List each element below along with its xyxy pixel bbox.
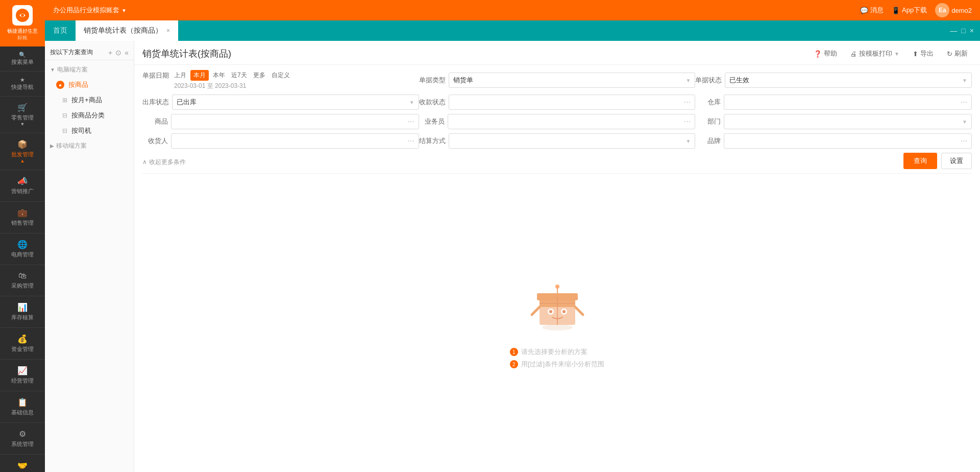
window-maximize-icon[interactable]: □ [961,27,965,35]
sidebar-item-collab[interactable]: 🤝 企业协同 [0,455,45,472]
search-icon: 🔍 [19,52,26,58]
filter-row-2: 出库状态 已出库 ▼ 收款状态 ··· 仓库 [134,90,980,110]
tab-close-icon[interactable]: × [166,27,170,34]
retail-label: 零售管理 [11,114,34,122]
status-select[interactable]: 已生效 ▼ [725,73,972,88]
app-sub: 标账 [17,34,28,41]
header-right: 💬 消息 📱 App下载 Ea demo2 [860,3,972,17]
avatar: Ea [935,3,949,17]
payment-label: 结算方式 [419,136,449,146]
salesperson-dots-icon[interactable]: ··· [684,117,691,126]
tree-expand-mobile[interactable]: ▶ [50,143,54,149]
template-print-btn[interactable]: 🖨 按模板打印 ▼ [846,47,903,60]
receipt-select[interactable]: ··· [449,95,696,110]
tree-item-driver-label: 按司机 [71,126,91,135]
tab-more[interactable]: — □ × [944,27,980,35]
filter-row-3: 商品 ··· 业务员 ··· 部门 [134,110,980,129]
help-btn[interactable]: ❓ 帮助 [810,47,841,60]
receipt-dots-icon[interactable]: ··· [684,98,691,107]
product-select[interactable]: ··· [171,114,419,129]
sidebar-quick-nav[interactable]: ★ 快捷导航 [0,72,45,97]
filter-status-cell: 单据状态 已生效 ▼ [695,70,972,90]
sidebar-item-management[interactable]: 📈 经营管理 [0,360,45,391]
settings-scheme-icon[interactable]: ⊙ [115,49,121,57]
recipient-dots-icon[interactable]: ··· [407,136,414,146]
tree-item-by-product[interactable]: ● 按商品 [45,77,134,92]
message-action[interactable]: 💬 消息 [860,6,884,15]
tree-item-by-product-dot: ● [56,81,64,89]
out-status-label: 出库状态 [142,98,172,107]
sidebar-item-basics[interactable]: 📋 基础信息 [0,391,45,423]
star-icon: ★ [20,77,25,83]
tree-item-month-product[interactable]: ⊞ 按月+商品 [45,92,134,108]
left-panel-title: 按以下方案查询 [50,48,93,57]
warehouse-select[interactable]: ··· [724,95,972,110]
sidebar-item-sales[interactable]: 💼 销售管理 [0,202,45,233]
collapse-panel-icon[interactable]: « [125,49,129,57]
sidebar-item-purchase[interactable]: 🛍 采购管理 [0,265,45,296]
filter-recipient-cell: 收货人 ··· [142,133,419,149]
window-close-icon[interactable]: × [970,27,974,35]
outstatus-arrow-icon: ▼ [409,100,414,105]
tree-icon-month: ⊞ [62,97,67,104]
dept-select[interactable]: ▼ [724,114,972,129]
tree-expand-pc[interactable]: ▼ [50,67,55,73]
app-logo[interactable]: 畅捷通好生意 标账 [0,0,45,46]
empty-state: 1 请先选择要分析的方案 2 用[过滤]条件来缩小分析范围 [134,174,980,472]
type-select[interactable]: 销货单 ▼ [449,73,696,88]
export-label: 导出 [920,49,934,58]
tree-item-by-product-label: 按商品 [68,80,88,89]
sidebar-item-retail[interactable]: 🛒 零售管理 ▼ [0,97,45,133]
home-tab-label: 首页 [53,26,67,35]
tree-section-mobile: ▶ 移动端方案 [45,138,134,153]
recipient-label: 收货人 [142,136,171,146]
shortcut-this-month[interactable]: 本月 [190,70,209,81]
shortcut-7days[interactable]: 近7天 [229,70,249,81]
step2-text: 用[过滤]条件来缩小分析范围 [521,360,604,369]
tab-active[interactable]: 销货单统计表（按商品） × [76,20,178,41]
user-action[interactable]: Ea demo2 [935,3,972,17]
retail-arrow: ▼ [20,122,25,127]
payment-select[interactable]: ▼ [449,133,696,149]
status-label: 单据状态 [695,76,725,85]
svg-line-15 [575,307,583,315]
svg-point-1 [21,14,24,17]
sidebar-item-ecommerce[interactable]: 🌐 电商管理 [0,233,45,265]
shortcut-custom[interactable]: 自定义 [270,70,292,81]
sidebar-item-marketing[interactable]: 📣 营销推广 [0,170,45,202]
window-minimize-icon[interactable]: — [950,27,957,35]
sidebar-item-wholesale[interactable]: 📦 批发管理 ▲ [0,133,45,170]
finance-icon: 💰 [17,334,28,344]
recipient-select[interactable]: ··· [171,133,419,149]
warehouse-dots-icon[interactable]: ··· [961,98,967,107]
industry-selector[interactable]: 办公用品行业模拟账套 ▼ [53,6,127,15]
management-label: 经营管理 [11,377,34,385]
filter-product-cell: 商品 ··· [142,114,419,129]
sidebar-search[interactable]: 🔍 搜索菜单 [0,46,45,72]
status-arrow-icon: ▼ [962,78,967,83]
add-scheme-icon[interactable]: + [108,49,112,57]
sales-icon: 💼 [17,208,28,218]
brand-dots-icon[interactable]: ··· [961,136,967,146]
tree-item-driver[interactable]: ⊟ 按司机 [45,123,134,138]
settings-button[interactable]: 设置 [941,153,972,169]
query-button[interactable]: 查询 [903,153,937,169]
shortcut-more[interactable]: 更多 [251,70,267,81]
tree-item-product-category[interactable]: ⊟ 按商品分类 [45,108,134,123]
collapse-btn[interactable]: ∧ 收起更多条件 [142,154,186,169]
salesperson-select[interactable]: ··· [448,114,696,129]
shortcut-prev-month[interactable]: 上月 [172,70,188,81]
export-btn[interactable]: ⬆ 导出 [909,47,938,60]
sidebar-item-finance[interactable]: 💰 资金管理 [0,328,45,360]
out-status-select[interactable]: 已出库 ▼ [172,95,419,110]
product-dots-icon[interactable]: ··· [407,117,414,126]
page-title: 销货单统计表(按商品) [142,48,231,60]
tab-home[interactable]: 首页 [45,20,76,41]
search-label: 搜索菜单 [11,58,34,66]
sidebar-item-system[interactable]: ⚙ 系统管理 [0,423,45,455]
refresh-btn[interactable]: ↻ 刷新 [943,47,972,60]
brand-select[interactable]: ··· [724,133,972,149]
sidebar-item-inventory[interactable]: 📊 库存核算 [0,296,45,328]
shortcut-this-year[interactable]: 本年 [211,70,227,81]
app-download-action[interactable]: 📱 App下载 [892,6,927,15]
